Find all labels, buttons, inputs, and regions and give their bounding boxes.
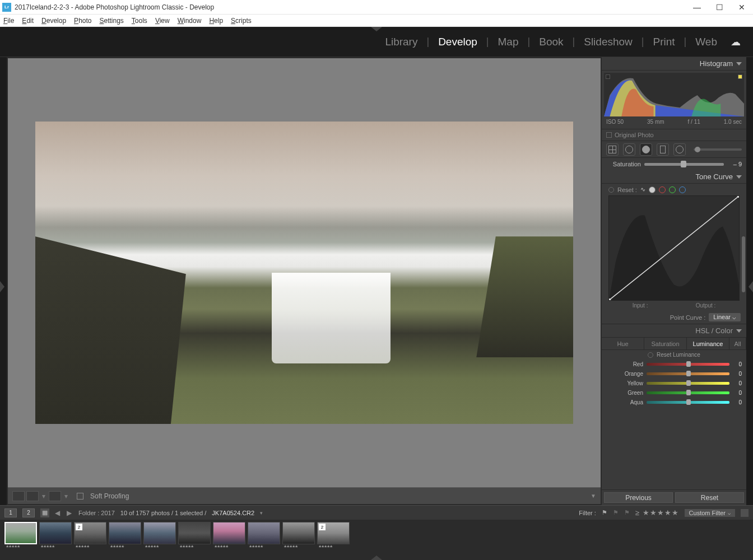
left-panel-collapsed[interactable]: [0, 57, 7, 505]
menu-help[interactable]: Help: [209, 17, 223, 25]
filter-lock-icon[interactable]: [741, 509, 749, 517]
module-book[interactable]: Book: [537, 36, 565, 48]
filter-flag-icon[interactable]: ⚑: [624, 509, 630, 516]
thumbnail[interactable]: ★★★★★: [4, 522, 37, 549]
exif-meta: ISO 50 35 mm f / 11 1.0 sec: [602, 119, 746, 129]
photo-preview[interactable]: [35, 122, 573, 424]
thumbnail[interactable]: ★★★★★: [213, 522, 245, 549]
thumbnail[interactable]: 2★★★★★: [74, 522, 106, 549]
histogram-plot[interactable]: [604, 73, 744, 116]
nav-forward[interactable]: ▶: [67, 509, 73, 517]
reset-button[interactable]: Reset: [675, 492, 744, 503]
mask-tool[interactable]: [657, 143, 669, 156]
tool-slider[interactable]: [694, 148, 742, 151]
redeye-tool[interactable]: [640, 143, 652, 156]
folder-path[interactable]: Folder : 2017: [78, 510, 115, 516]
module-web[interactable]: Web: [693, 36, 719, 48]
channel-red[interactable]: [659, 186, 666, 193]
highlight-clip-icon[interactable]: [738, 74, 742, 79]
module-library[interactable]: Library: [383, 36, 420, 48]
hsl-tab-saturation[interactable]: Saturation: [644, 338, 687, 349]
menu-edit[interactable]: Edit: [22, 17, 34, 25]
toolbar-dropdown[interactable]: ▼: [591, 493, 596, 499]
saturation-slider[interactable]: Saturation – 9: [602, 158, 746, 170]
histogram-header[interactable]: Histogram: [602, 57, 746, 71]
channel-rgb[interactable]: [649, 186, 656, 193]
collapse-icon: [736, 175, 742, 179]
menu-settings[interactable]: Settings: [99, 17, 123, 25]
menu-window[interactable]: Window: [178, 17, 202, 25]
custom-filter-dropdown[interactable]: Custom Filter⌵: [685, 509, 735, 517]
filter-flag-icon[interactable]: ⚑: [613, 509, 619, 516]
module-map[interactable]: Map: [496, 36, 521, 48]
expand-top-icon[interactable]: [371, 27, 382, 31]
soft-proofing-label: Soft Proofing: [90, 492, 129, 500]
maximize-button[interactable]: ☐: [708, 0, 731, 15]
expand-right-icon[interactable]: [749, 281, 753, 292]
before-after-button[interactable]: [26, 491, 39, 501]
hsl-slider-yellow[interactable]: Yellow0: [602, 379, 746, 388]
loupe-view-button[interactable]: [12, 491, 25, 501]
thumbnail[interactable]: ★★★★★: [109, 522, 141, 549]
target-adjust-icon[interactable]: [608, 187, 614, 193]
expand-left-icon[interactable]: [0, 281, 4, 292]
thumbnail[interactable]: ★★★★★: [178, 522, 211, 549]
tone-curve-header[interactable]: Tone Curve: [602, 170, 746, 184]
nav-back[interactable]: ◀: [55, 509, 61, 517]
panel-scrollbar[interactable]: [742, 236, 745, 292]
compare-yy-button[interactable]: [49, 491, 61, 501]
channel-blue[interactable]: [679, 186, 686, 193]
hsl-header[interactable]: HSL / Color: [602, 324, 746, 338]
crop-tool[interactable]: [606, 143, 619, 156]
filmstrip-info: 1 2 ▦ ◀ ▶ Folder : 2017 10 of 1757 photo…: [0, 505, 753, 520]
hsl-slider-green[interactable]: Green0: [602, 388, 746, 398]
hsl-tab-hue[interactable]: Hue: [602, 338, 644, 349]
thumbnail[interactable]: 2★★★★★: [317, 522, 350, 549]
hsl-tab-all[interactable]: All: [729, 338, 746, 349]
menu-tools[interactable]: Tools: [132, 17, 147, 25]
tone-curve-plot[interactable]: [608, 195, 740, 301]
thumbnail[interactable]: ★★★★★: [282, 522, 315, 549]
thumbnail[interactable]: ★★★★★: [143, 522, 176, 549]
thumbnail[interactable]: ★★★★★: [39, 522, 72, 549]
close-button[interactable]: ✕: [731, 0, 753, 15]
right-edge[interactable]: [746, 57, 753, 505]
hsl-slider-red[interactable]: Red0: [602, 360, 746, 369]
canvas-toolbar: ▾ ▾ Soft Proofing ▼: [8, 487, 601, 504]
minimize-button[interactable]: —: [686, 0, 708, 15]
hsl-slider-aqua[interactable]: Aqua0: [602, 398, 746, 407]
previous-button[interactable]: Previous: [604, 492, 673, 503]
menu-develop[interactable]: Develop: [41, 17, 66, 25]
histogram-title: Histogram: [700, 59, 733, 68]
shadow-clip-icon[interactable]: [606, 74, 610, 79]
monitor-1[interactable]: 1: [4, 508, 17, 517]
radial-tool[interactable]: [673, 143, 686, 156]
hsl-tab-luminance[interactable]: Luminance: [687, 338, 729, 349]
expand-bottom-icon[interactable]: [371, 556, 382, 560]
original-photo-toggle[interactable]: Original Photo: [602, 129, 746, 141]
thumbnail[interactable]: ★★★★★: [248, 522, 280, 549]
collapse-icon: [736, 329, 742, 333]
module-slideshow[interactable]: Slideshow: [582, 36, 635, 48]
channel-green[interactable]: [669, 186, 676, 193]
filter-stars[interactable]: ≥ ★★★★★: [635, 508, 679, 517]
spot-tool[interactable]: [623, 143, 635, 156]
menu-view[interactable]: View: [155, 17, 170, 25]
filter-flag-icon[interactable]: ⚑: [602, 509, 607, 516]
titlebar: Lr 2017Iceland-2-2-3 - Adobe Photoshop L…: [0, 0, 753, 15]
soft-proofing-checkbox[interactable]: [77, 493, 83, 500]
module-develop[interactable]: Develop: [436, 36, 480, 48]
target-adjust-icon[interactable]: [648, 352, 653, 358]
menu-scripts[interactable]: Scripts: [231, 17, 252, 25]
monitor-2[interactable]: 2: [22, 508, 35, 517]
menu-file[interactable]: File: [3, 17, 14, 25]
point-curve-select[interactable]: Point Curve : Linear ⌵: [602, 311, 746, 324]
reset-label: Reset :: [617, 186, 637, 193]
menu-photo[interactable]: Photo: [74, 17, 91, 25]
hsl-slider-orange[interactable]: Orange0: [602, 369, 746, 379]
cloud-sync-icon[interactable]: ☁: [731, 36, 741, 48]
module-print[interactable]: Print: [651, 36, 677, 48]
filter-label: Filter :: [579, 510, 596, 516]
grid-view-icon[interactable]: ▦: [40, 508, 49, 517]
hsl-reset-label[interactable]: Reset Luminance: [602, 350, 746, 360]
